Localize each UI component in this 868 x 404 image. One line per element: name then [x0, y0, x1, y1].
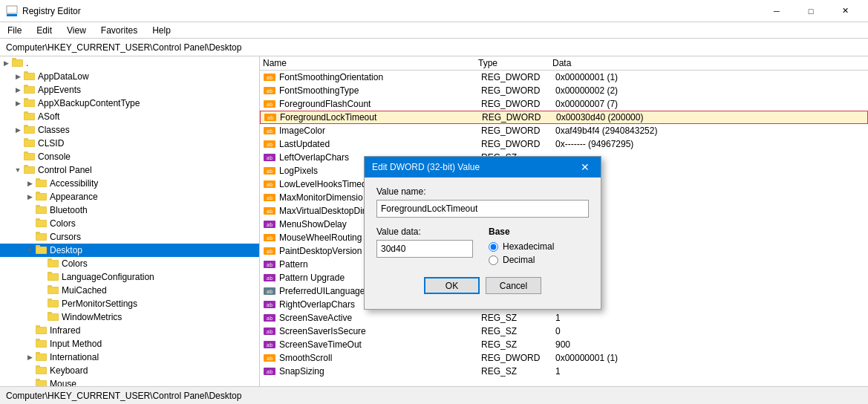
base-section: Base Hexadecimal Decimal — [489, 227, 589, 265]
hex-label: Hexadecimal — [503, 241, 554, 252]
dec-radio[interactable] — [489, 255, 498, 265]
base-radio-group: Hexadecimal Decimal — [489, 241, 589, 265]
dialog-title: Edit DWORD (32-bit) Value — [372, 162, 480, 172]
dec-label: Decimal — [503, 255, 535, 265]
value-data-input[interactable] — [376, 240, 473, 258]
value-name-input[interactable] — [376, 200, 589, 218]
value-data-label: Value data: — [376, 227, 477, 237]
dialog-buttons: OK Cancel — [376, 274, 589, 300]
hex-radio[interactable] — [489, 242, 498, 252]
dialog-title-bar: Edit DWORD (32-bit) Value ✕ — [365, 157, 601, 177]
edit-dword-dialog: Edit DWORD (32-bit) Value ✕ Value name: … — [364, 156, 601, 310]
hex-radio-label[interactable]: Hexadecimal — [489, 241, 589, 252]
dialog-overlay: Edit DWORD (32-bit) Value ✕ Value name: … — [0, 0, 868, 404]
value-name-label: Value name: — [376, 186, 589, 197]
ok-button[interactable]: OK — [424, 277, 480, 294]
dialog-body: Value name: Value data: Base Hexadecimal — [365, 177, 601, 309]
dec-radio-label[interactable]: Decimal — [489, 255, 589, 265]
dialog-close-button[interactable]: ✕ — [577, 159, 593, 175]
value-data-section: Value data: — [376, 227, 477, 265]
cancel-button[interactable]: Cancel — [486, 277, 541, 294]
base-label: Base — [489, 227, 589, 237]
